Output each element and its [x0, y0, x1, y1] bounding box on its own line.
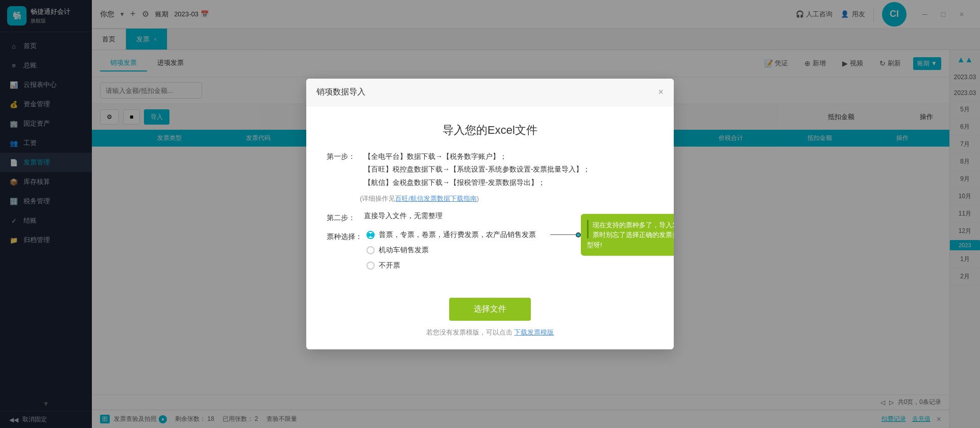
step1-content: 【全电平台】数据下载→【税务数字账户】； 【百旺】税控盘数据下载→【系统设置-系… — [364, 150, 590, 189]
modal-title: 销项数据导入 — [316, 87, 365, 98]
radio-group: 普票，专票，卷票，通行费发票，农产品销售发票 现在支持 — [366, 230, 581, 270]
modal-overlay[interactable]: 销项数据导入 × 导入您的Excel文件 第一步： 【全电平台】数据下载→【税务… — [0, 0, 980, 428]
modal-main-title: 导入您的Excel文件 — [327, 123, 653, 138]
tooltip-text: 现在支持的票种多了，导入发票时别忘了选择正确的发票类型呀! — [587, 221, 674, 249]
modal-footer: 选择文件 若您没有发票模版，可以点击 下载发票模版 — [306, 290, 674, 349]
radio-circle-1 — [366, 231, 375, 239]
modal-header: 销项数据导入 × — [306, 79, 674, 106]
tooltip-area: 现在支持的票种多了，导入发票时别忘了选择正确的发票类型呀! × — [550, 232, 581, 237]
radio-item-2[interactable]: 机动车销售发票 — [366, 246, 581, 255]
connector-line — [550, 234, 576, 235]
tooltip-bubble: 现在支持的票种多了，导入发票时别忘了选择正确的发票类型呀! × — [581, 214, 674, 256]
step1-link-paren-close: ) — [477, 195, 479, 202]
radio-label-3: 不开票 — [379, 261, 400, 270]
radio-label-1: 普票，专票，卷票，通行费发票，农产品销售发票 — [379, 230, 536, 240]
step1-guide-link[interactable]: 百旺/航信发票数据下载指南 — [395, 195, 477, 202]
tooltip-bar — [587, 220, 589, 239]
step1-line1: 【全电平台】数据下载→【税务数字账户】； — [364, 150, 590, 163]
radio-circle-2 — [366, 246, 375, 254]
download-template-row: 若您没有发票模版，可以点击 下载发票模版 — [426, 328, 554, 337]
step1-label: 第一步： — [327, 150, 360, 163]
step1-line3: 【航信】金税盘数据下载→【报税管理-发票数据导出】； — [364, 176, 590, 189]
ticket-label: 票种选择： — [327, 230, 362, 243]
connector-dot — [576, 232, 581, 237]
download-template-link[interactable]: 下载发票模版 — [514, 328, 554, 336]
step2-content: 直接导入文件，无需整理 — [364, 211, 443, 221]
modal-close-button[interactable]: × — [658, 87, 664, 98]
radio-label-2: 机动车销售发票 — [379, 246, 429, 255]
step2-label: 第二步： — [327, 211, 360, 224]
select-file-button[interactable]: 选择文件 — [449, 298, 531, 321]
ticket-section: 票种选择： 普票，专票，卷票，通行费发票，农产品销售发票 — [327, 230, 653, 270]
step1-line2: 【百旺】税控盘数据下载→【系统设置-系统参数设置-发票批量导入】； — [364, 163, 590, 176]
step1-row: 第一步： 【全电平台】数据下载→【税务数字账户】； 【百旺】税控盘数据下载→【系… — [327, 150, 653, 189]
import-modal: 销项数据导入 × 导入您的Excel文件 第一步： 【全电平台】数据下载→【税务… — [306, 79, 674, 349]
radio-item-1[interactable]: 普票，专票，卷票，通行费发票，农产品销售发票 现在支持 — [366, 230, 581, 240]
modal-body: 导入您的Excel文件 第一步： 【全电平台】数据下载→【税务数字账户】； 【百… — [306, 106, 674, 290]
radio-item-3[interactable]: 不开票 — [366, 261, 581, 270]
step1-link-row: (详细操作见百旺/航信发票数据下载指南) — [360, 194, 653, 203]
radio-circle-3 — [366, 261, 375, 270]
ticket-row: 票种选择： 普票，专票，卷票，通行费发票，农产品销售发票 — [327, 230, 653, 270]
tooltip-connector — [550, 232, 581, 237]
step1-link-paren-open: (详细操作见 — [360, 195, 395, 202]
